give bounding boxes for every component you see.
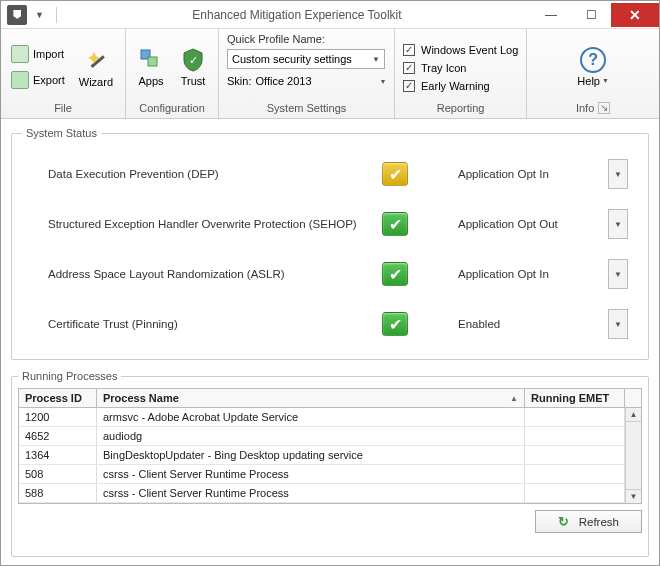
vertical-scrollbar[interactable]: ▲ ▼ bbox=[625, 408, 641, 503]
titlebar: ⛊ ▼ Enhanced Mitigation Experience Toolk… bbox=[1, 1, 659, 29]
skin-label: Skin: bbox=[227, 75, 251, 87]
help-label: Help bbox=[577, 75, 600, 87]
trust-label: Trust bbox=[181, 75, 206, 87]
svg-rect-3 bbox=[148, 57, 157, 66]
status-row: Certificate Trust (Pinning)✔Enabled▼ bbox=[22, 299, 638, 349]
scroll-down-icon[interactable]: ▼ bbox=[626, 489, 641, 503]
column-header-name[interactable]: Process Name ▲ bbox=[97, 389, 525, 407]
svg-text:✓: ✓ bbox=[189, 54, 198, 66]
scroll-up-icon[interactable]: ▲ bbox=[626, 408, 641, 422]
ribbon-group-config-label: Configuration bbox=[134, 100, 210, 116]
status-dropdown-button[interactable]: ▼ bbox=[608, 159, 628, 189]
window-title: Enhanced Mitigation Experience Toolkit bbox=[63, 8, 531, 22]
cell-emet bbox=[525, 484, 625, 502]
ribbon-group-reporting-label: Reporting bbox=[403, 100, 518, 116]
skin-dropdown-icon[interactable]: ▾ bbox=[381, 77, 385, 86]
status-name: Structured Exception Handler Overwrite P… bbox=[48, 218, 372, 230]
refresh-icon: ↻ bbox=[558, 514, 569, 529]
chevron-down-icon: ▼ bbox=[372, 55, 380, 64]
status-badge-green: ✔ bbox=[382, 312, 408, 336]
column-header-emet[interactable]: Running EMET bbox=[525, 389, 625, 407]
refresh-button[interactable]: ↻ Refresh bbox=[535, 510, 642, 533]
status-value: Application Opt In bbox=[458, 268, 598, 280]
content-area: System Status Data Execution Prevention … bbox=[1, 119, 659, 565]
status-badge-green: ✔ bbox=[382, 212, 408, 236]
dialog-launcher-icon[interactable]: ↘ bbox=[598, 102, 610, 114]
cell-pid: 1200 bbox=[19, 408, 97, 426]
cell-emet bbox=[525, 465, 625, 483]
table-row[interactable]: 4652audiodg bbox=[19, 427, 641, 446]
cell-pid: 1364 bbox=[19, 446, 97, 464]
status-value: Application Opt In bbox=[458, 168, 598, 180]
checkbox-checked-icon: ✓ bbox=[403, 44, 415, 56]
refresh-label: Refresh bbox=[579, 516, 619, 528]
app-window: ⛊ ▼ Enhanced Mitigation Experience Toolk… bbox=[0, 0, 660, 566]
ribbon: Import Export Wizard File Apps bbox=[1, 29, 659, 119]
earlywarning-checkbox[interactable]: ✓ Early Warning bbox=[403, 80, 518, 92]
profile-combo-value: Custom security settings bbox=[232, 53, 352, 65]
qat-dropdown-icon[interactable]: ▼ bbox=[35, 10, 44, 20]
import-button[interactable]: Import bbox=[9, 43, 67, 65]
import-icon bbox=[11, 45, 29, 63]
cell-name: audiodg bbox=[97, 427, 525, 445]
system-status-group: System Status Data Execution Prevention … bbox=[11, 127, 649, 360]
earlywarning-label: Early Warning bbox=[421, 80, 490, 92]
eventlog-label: Windows Event Log bbox=[421, 44, 518, 56]
close-button[interactable]: ✕ bbox=[611, 3, 659, 27]
apps-button[interactable]: Apps bbox=[134, 45, 168, 89]
skin-value: Office 2013 bbox=[256, 75, 312, 87]
cell-name: armsvc - Adobe Acrobat Update Service bbox=[97, 408, 525, 426]
help-dropdown-icon: ▼ bbox=[602, 77, 609, 84]
status-badge-green: ✔ bbox=[382, 262, 408, 286]
profile-combo[interactable]: Custom security settings ▼ bbox=[227, 49, 385, 69]
cell-emet bbox=[525, 446, 625, 464]
status-value: Enabled bbox=[458, 318, 598, 330]
export-label: Export bbox=[33, 74, 65, 86]
apps-icon bbox=[138, 47, 164, 73]
table-row[interactable]: 1200armsvc - Adobe Acrobat Update Servic… bbox=[19, 408, 641, 427]
table-row[interactable]: 508csrss - Client Server Runtime Process bbox=[19, 465, 641, 484]
ribbon-group-reporting: ✓ Windows Event Log ✓ Tray Icon ✓ Early … bbox=[395, 29, 527, 118]
profile-name-label: Quick Profile Name: bbox=[227, 33, 385, 45]
sort-asc-icon: ▲ bbox=[510, 394, 518, 403]
trayicon-checkbox[interactable]: ✓ Tray Icon bbox=[403, 62, 518, 74]
status-dropdown-button[interactable]: ▼ bbox=[608, 209, 628, 239]
eventlog-checkbox[interactable]: ✓ Windows Event Log bbox=[403, 44, 518, 56]
export-icon bbox=[11, 71, 29, 89]
wizard-icon bbox=[82, 46, 110, 74]
ribbon-group-file: Import Export Wizard File bbox=[1, 29, 126, 118]
processes-table: Process ID Process Name ▲ Running EMET 1… bbox=[18, 388, 642, 504]
table-body: 1200armsvc - Adobe Acrobat Update Servic… bbox=[19, 408, 641, 503]
wizard-label: Wizard bbox=[79, 76, 113, 88]
import-label: Import bbox=[33, 48, 64, 60]
ribbon-group-info: ? Help ▼ Info ↘ bbox=[527, 29, 659, 118]
running-processes-legend: Running Processes bbox=[18, 370, 121, 382]
minimize-button[interactable]: — bbox=[531, 3, 571, 27]
status-row: Address Space Layout Randomization (ASLR… bbox=[22, 249, 638, 299]
running-processes-group: Running Processes Process ID Process Nam… bbox=[11, 370, 649, 557]
cell-emet bbox=[525, 427, 625, 445]
maximize-button[interactable]: ☐ bbox=[571, 3, 611, 27]
ribbon-group-configuration: Apps ✓ Trust Configuration bbox=[126, 29, 219, 118]
help-icon: ? bbox=[580, 47, 606, 73]
checkbox-checked-icon: ✓ bbox=[403, 62, 415, 74]
status-value: Application Opt Out bbox=[458, 218, 598, 230]
status-name: Data Execution Prevention (DEP) bbox=[48, 168, 372, 180]
table-row[interactable]: 588csrss - Client Server Runtime Process bbox=[19, 484, 641, 503]
status-dropdown-button[interactable]: ▼ bbox=[608, 259, 628, 289]
status-row: Data Execution Prevention (DEP)✔Applicat… bbox=[22, 149, 638, 199]
trust-button[interactable]: ✓ Trust bbox=[176, 45, 210, 89]
app-icon[interactable]: ⛊ bbox=[7, 5, 27, 25]
column-header-pid[interactable]: Process ID bbox=[19, 389, 97, 407]
table-row[interactable]: 1364BingDesktopUpdater - Bing Desktop up… bbox=[19, 446, 641, 465]
ribbon-group-settings-label: System Settings bbox=[227, 100, 386, 116]
status-dropdown-button[interactable]: ▼ bbox=[608, 309, 628, 339]
export-button[interactable]: Export bbox=[9, 69, 67, 91]
ribbon-group-info-label: Info bbox=[576, 102, 594, 114]
column-header-name-label: Process Name bbox=[103, 392, 179, 404]
cell-name: csrss - Client Server Runtime Process bbox=[97, 484, 525, 502]
wizard-button[interactable]: Wizard bbox=[75, 44, 117, 90]
table-header: Process ID Process Name ▲ Running EMET bbox=[19, 389, 641, 408]
help-button[interactable]: ? Help ▼ bbox=[577, 47, 609, 87]
status-row: Structured Exception Handler Overwrite P… bbox=[22, 199, 638, 249]
